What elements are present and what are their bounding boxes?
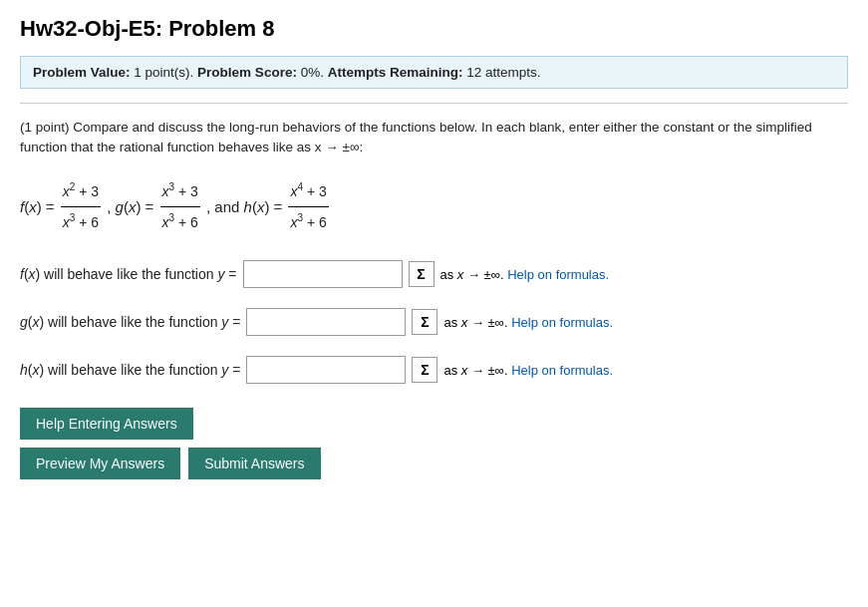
submit-button[interactable]: Submit Answers: [188, 448, 320, 479]
info-box: Problem Value: 1 point(s). Problem Score…: [20, 56, 848, 89]
fx-label: f(x) will behave like the function y =: [20, 266, 237, 282]
gx-sigma-button[interactable]: Σ: [412, 309, 437, 335]
preview-button[interactable]: Preview My Answers: [20, 448, 180, 479]
help-entering-button[interactable]: Help Entering Answers: [20, 408, 193, 440]
gx-label: g(x) will behave like the function y =: [20, 314, 240, 330]
f-fraction: x2 + 3 x3 + 6: [61, 176, 101, 239]
hx-help-link[interactable]: Help on formulas.: [511, 363, 613, 378]
attempts-remaining: 12 attempts.: [466, 65, 540, 80]
g-fraction: x3 + 3 x3 + 6: [160, 176, 200, 239]
f-label: f(x) =: [20, 190, 59, 223]
fx-input[interactable]: [243, 260, 403, 288]
comma1: , g(x) =: [103, 190, 157, 223]
fx-help-text: as x → ±∞. Help on formulas.: [440, 267, 610, 282]
gx-input[interactable]: [246, 308, 406, 336]
divider: [20, 103, 848, 104]
answer-row-hx: h(x) will behave like the function y = Σ…: [20, 356, 848, 384]
problem-description: (1 point) Compare and discuss the long-r…: [20, 118, 848, 158]
comma2: , and h(x) =: [202, 190, 287, 223]
answer-row-fx: f(x) will behave like the function y = Σ…: [20, 260, 848, 288]
math-functions-display: f(x) = x2 + 3 x3 + 6 , g(x) = x3 + 3 x3 …: [20, 176, 848, 239]
fx-sigma-button[interactable]: Σ: [409, 261, 434, 287]
hx-input[interactable]: [246, 356, 406, 384]
problem-score-label: Problem Score:: [197, 65, 297, 80]
page-title: Hw32-Obj-E5: Problem 8: [20, 16, 848, 42]
h-fraction: x4 + 3 x3 + 6: [288, 176, 328, 239]
answer-row-gx: g(x) will behave like the function y = Σ…: [20, 308, 848, 336]
hx-sigma-button[interactable]: Σ: [412, 357, 437, 383]
hx-label: h(x) will behave like the function y =: [20, 362, 240, 378]
problem-value-label: Problem Value:: [33, 65, 131, 80]
gx-help-text: as x → ±∞. Help on formulas.: [443, 315, 613, 330]
attempts-label: Attempts Remaining:: [328, 65, 463, 80]
problem-value: 1 point(s).: [134, 65, 193, 80]
buttons-section: Help Entering Answers Preview My Answers…: [20, 408, 848, 479]
action-buttons-row: Preview My Answers Submit Answers: [20, 448, 848, 479]
hx-help-text: as x → ±∞. Help on formulas.: [443, 363, 613, 378]
fx-help-link[interactable]: Help on formulas.: [507, 267, 609, 282]
gx-help-link[interactable]: Help on formulas.: [511, 315, 613, 330]
problem-score: 0%.: [301, 65, 324, 80]
